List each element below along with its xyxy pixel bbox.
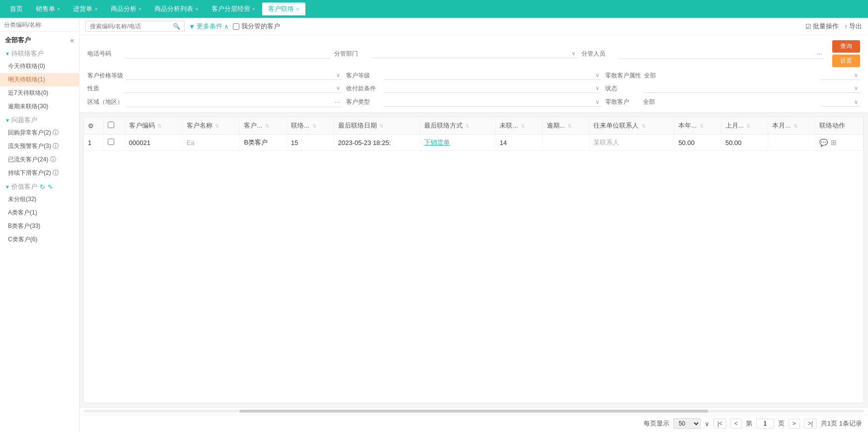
sidebar-item-decline[interactable]: 持续下滑客户(2) ⓘ: [0, 166, 79, 180]
col-last-contact-date: 最后联络日期 ⇅: [334, 117, 420, 135]
sidebar-item-c-class[interactable]: C类客户(6): [0, 233, 79, 246]
set-button[interactable]: 设置: [832, 55, 860, 67]
sidebar-item-7days[interactable]: 近7天待联络(0): [0, 86, 79, 100]
td-contact-count: 15: [287, 135, 334, 151]
nav-analysis-list-label: 商品分析列表: [154, 4, 193, 13]
sort-uncontact-icon[interactable]: ⇅: [521, 123, 525, 129]
last-page-btn[interactable]: >|: [804, 419, 817, 429]
filter-select-nature[interactable]: ∨: [125, 84, 342, 93]
nav-customer-contact-close[interactable]: ×: [296, 6, 299, 12]
nav-customer-tier[interactable]: 客户分层经营 ×: [206, 2, 261, 15]
sidebar-search-input[interactable]: [4, 21, 78, 28]
sidebar-item-loss-warning[interactable]: 流失预警客户(3) ⓘ: [0, 140, 79, 153]
sort-year-icon[interactable]: ⇅: [700, 123, 704, 129]
nav-customer-contact[interactable]: 客户联络 ×: [262, 2, 305, 15]
td-year: 50.00: [674, 135, 722, 151]
nav-purchase[interactable]: 进货单 ×: [67, 2, 103, 15]
filter-select-status[interactable]: ∨: [643, 84, 860, 93]
horizontal-scrollbar[interactable]: [83, 410, 864, 413]
nav-customer-tier-close[interactable]: ×: [252, 6, 255, 12]
sort-contact-icon[interactable]: ⇅: [312, 123, 316, 129]
more-filter-btn[interactable]: ▼ 更多条件 ∧: [189, 22, 229, 31]
nav-sales[interactable]: 销售单 ×: [30, 2, 66, 15]
nav-analysis-label: 商品分析: [111, 4, 137, 13]
sidebar-group-problem: ▼ 问题客户: [0, 113, 79, 126]
td-name: Ea: [182, 135, 240, 151]
sidebar-group-value: ▼ 价值客户 ↻ ✎: [0, 180, 79, 193]
sort-overdue-icon[interactable]: ⇅: [568, 123, 572, 129]
toolbar-search-icon[interactable]: 🔍: [173, 23, 180, 30]
filter-cell-nature: 性质 ∨: [87, 84, 342, 93]
sort-thismonth-icon[interactable]: ⇅: [794, 123, 797, 129]
nav-analysis-close[interactable]: ×: [139, 6, 142, 12]
value-refresh-icon[interactable]: ↻: [40, 183, 45, 191]
my-customer-check[interactable]: [233, 23, 239, 30]
filter-select-payment[interactable]: ∨: [384, 84, 601, 93]
page-input[interactable]: [756, 419, 774, 429]
filter-select-price-level[interactable]: ∨: [126, 71, 342, 80]
sort-lastmonth-icon[interactable]: ⇅: [746, 123, 750, 129]
prev-page-btn[interactable]: <: [730, 419, 742, 429]
scrollbar-thumb[interactable]: [239, 410, 708, 413]
first-page-btn[interactable]: |<: [714, 419, 726, 429]
sidebar-item-a-class[interactable]: A类客户(1): [0, 206, 79, 219]
col-checkbox[interactable]: [104, 117, 125, 135]
sort-unit-icon[interactable]: ⇅: [642, 123, 646, 129]
filter-select-grade[interactable]: ∨: [384, 71, 601, 80]
filter-person-dots-container[interactable]: ···: [619, 49, 824, 59]
sidebar-collapse-icon[interactable]: «: [70, 36, 74, 44]
sidebar-item-overdue[interactable]: 逾期未联络(30): [0, 100, 79, 113]
sidebar-item-lost[interactable]: 已流失客户(24) ⓘ: [0, 153, 79, 166]
per-page-select[interactable]: 10 20 50 100: [673, 418, 701, 429]
sidebar-item-b-class[interactable]: B类客户(33): [0, 219, 79, 233]
filter-person-dots[interactable]: ···: [816, 50, 822, 58]
filter-select-retail-attr[interactable]: ∨: [820, 71, 860, 80]
row-checkbox[interactable]: [108, 139, 114, 145]
sort-method-icon[interactable]: ⇅: [465, 123, 469, 129]
filter-input-phone[interactable]: [125, 49, 330, 59]
sort-code-icon[interactable]: ⇅: [157, 123, 161, 129]
toolbar-search-input[interactable]: [90, 23, 171, 30]
grid-action-icon[interactable]: ⊞: [831, 139, 837, 146]
sidebar-item-ungroup[interactable]: 未分组(32): [0, 193, 79, 206]
sidebar-item-tomorrow[interactable]: 明天待联络(1): [0, 73, 79, 86]
value-edit-icon[interactable]: ✎: [48, 183, 53, 191]
td-checkbox[interactable]: [104, 135, 125, 151]
td-method-link[interactable]: 下销货单: [424, 139, 450, 146]
nav-analysis-list-close[interactable]: ×: [195, 6, 198, 12]
filter-region-dots[interactable]: ···: [335, 98, 341, 106]
filter-row-1: 电话号码 分管部门 ∨ 分管人员 ··· 查询: [87, 40, 860, 67]
col-settings[interactable]: ⚙: [84, 117, 104, 135]
col-code: 客户编码 ⇅: [125, 117, 182, 135]
nav-purchase-close[interactable]: ×: [94, 6, 97, 12]
nav-purchase-label: 进货单: [73, 4, 92, 13]
col-overdue: 逾期... ⇅: [542, 117, 589, 135]
nav-home[interactable]: 首页: [4, 2, 29, 15]
sidebar-item-today[interactable]: 今天待联络(0): [0, 60, 79, 73]
nav-analysis[interactable]: 商品分析 ×: [105, 2, 147, 15]
td-last-method[interactable]: 下销货单: [420, 135, 495, 151]
filter-select-customer-type[interactable]: ∨: [384, 98, 601, 107]
sort-name-icon[interactable]: ⇅: [215, 123, 219, 129]
td-name-value[interactable]: Ea: [187, 139, 195, 146]
next-page-btn[interactable]: >: [789, 419, 800, 429]
select-all-checkbox[interactable]: [108, 122, 114, 128]
filter-select-dept[interactable]: ∨: [372, 49, 577, 58]
batch-op-btn[interactable]: ☑ 批量操作: [805, 22, 839, 31]
sidebar-all-label[interactable]: 全部客户: [5, 36, 31, 45]
nav-sales-close[interactable]: ×: [57, 6, 60, 12]
sort-type-icon[interactable]: ⇅: [265, 123, 269, 129]
table-row: 1 000021 Ea B类客户 15 2023-05-23 18:25: 下销…: [84, 135, 864, 151]
filter-region-container[interactable]: ···: [126, 97, 342, 107]
filter-select-retail-customer[interactable]: ∨: [820, 98, 860, 107]
query-button[interactable]: 查询: [832, 40, 860, 53]
my-customer-checkbox[interactable]: 我分管的客户: [233, 22, 280, 31]
export-btn[interactable]: ↑ 导出: [845, 22, 863, 31]
filter-cell-region: 区域（地区） ···: [87, 97, 342, 107]
nav-analysis-list[interactable]: 商品分析列表 ×: [148, 2, 204, 15]
sidebar-item-repurchase[interactable]: 回购异常客户(2) ⓘ: [0, 126, 79, 140]
comment-action-icon[interactable]: 💬: [819, 139, 828, 146]
sort-date-icon[interactable]: ⇅: [379, 123, 383, 129]
filter-label-retail-attr: 零散客户属性: [605, 72, 641, 80]
filter-label-price-level: 客户价格等级: [87, 72, 123, 80]
